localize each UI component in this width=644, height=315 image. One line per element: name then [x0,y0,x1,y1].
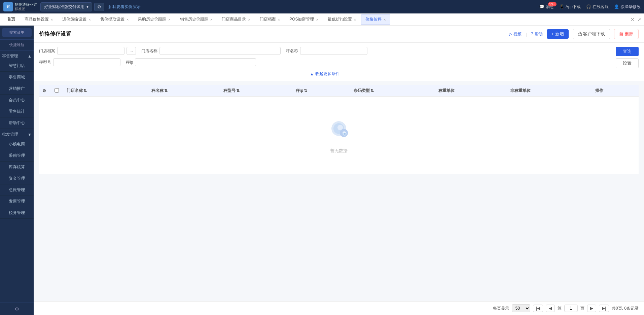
select-all-checkbox[interactable] [55,88,59,93]
nav-tabs: 首页 商品价格设置 × 进价策略设置 × 售价提取设置 × 采购历史价跟踪 × … [0,13,644,26]
page-number-input[interactable] [564,305,578,312]
close-icon[interactable]: × [316,18,318,22]
next-page-button[interactable]: ▶ [587,305,596,312]
tab-product-price[interactable]: 商品价格设置 × [20,14,57,25]
search-menu-button[interactable]: 搜索菜单 [2,28,32,37]
scale-model-label: 秤型号 [39,60,51,65]
sidebar-item-member[interactable]: 会员中心 [0,95,34,106]
sidebar-item-help[interactable]: 帮助中心 [0,117,34,129]
close-tab-icon[interactable]: ✕ [631,17,635,22]
column-barcode-type: 条码类型 ⇅ [350,85,435,97]
store-archive-input[interactable] [57,47,124,55]
tab-sale-price[interactable]: 售价提取设置 × [96,14,133,25]
mobile-icon: 📱 [559,4,564,9]
user-menu[interactable]: 👤 徐泽华修改 [614,4,641,10]
filter-row-1: 门店档案 ... 门店名称 秤名称 [39,47,610,55]
filter-store-archive: 门店档案 ... [39,47,136,55]
store-name-label: 门店名称 [141,48,157,54]
video-link[interactable]: ▷ 视频 [509,31,522,37]
empty-illustration [325,117,352,144]
sidebar-item-tax[interactable]: 税务管理 [0,207,34,219]
sidebar-item-retail-stats[interactable]: 零售统计 [0,106,34,117]
svg-point-5 [344,133,346,135]
pagination-summary: 共0页, 0条记录 [612,306,639,311]
sidebar-item-finance[interactable]: 资金管理 [0,173,34,184]
sort-icon: ⇅ [83,89,87,93]
online-service-button[interactable]: 🎧 在线客服 [586,4,609,10]
close-icon[interactable]: × [88,18,91,22]
download-button[interactable]: 凸 客户端下载 [573,29,610,39]
close-icon[interactable]: × [278,18,280,22]
close-icon[interactable]: × [210,18,212,22]
filter-row-2: 秤型号 秤ip [39,58,610,66]
scale-name-label: 秤名称 [286,48,298,54]
data-table: ⚙ 门店名称 ⇅ 秤名称 [39,85,639,174]
pagination-bar: 每页显示 50 10 20 100 |◀ ◀ 算 页 ▶ ▶| 共0页, 0条记… [34,301,644,315]
scale-model-input[interactable] [53,58,120,66]
last-page-button[interactable]: ▶| [599,305,609,312]
sidebar-item-ecommerce[interactable]: 小畅电商 [0,139,34,150]
close-icon[interactable]: × [51,18,53,22]
table-area: ⚙ 门店名称 ⇅ 秤名称 [34,81,644,301]
tab-store-product[interactable]: 门店商品目录 × [217,14,254,25]
tab-home[interactable]: 首页 [3,14,20,25]
first-page-button[interactable]: |◀ [533,305,543,312]
tab-price-scale[interactable]: 价格传秤 × [361,14,390,25]
per-page-select[interactable]: 50 10 20 100 [512,304,530,312]
message-icon: 💬 [539,4,544,9]
page-title: 价格传秤设置 [39,31,71,38]
store-name-input[interactable] [159,47,281,55]
scale-ip-input[interactable] [135,58,256,66]
sidebar-item-purchase[interactable]: 采购管理 [0,150,34,162]
column-store-name: 门店名称 ⇅ [63,85,148,97]
sidebar-item-inventory[interactable]: 库存核算 [0,162,34,173]
sidebar-item-retail-management[interactable]: 零售管理 ▲ [0,50,34,60]
column-action: 操作 [592,85,639,97]
tab-sale-history[interactable]: 销售历史价跟踪 × [176,14,217,25]
sidebar-item-retail-mall[interactable]: 零售商城 [0,72,34,83]
tab-purchase-strategy[interactable]: 进价策略设置 × [58,14,95,25]
column-scale-name: 秤名称 ⇅ [148,85,220,97]
close-icon[interactable]: × [127,18,129,22]
sidebar-item-invoice[interactable]: 发票管理 [0,196,34,207]
message-button[interactable]: 💬 消息 99+ [539,4,554,10]
sort-icon: ⇅ [236,89,240,93]
close-icon[interactable]: × [168,18,170,22]
prev-page-button[interactable]: ◀ [546,305,555,312]
selector-gear-button[interactable]: ⚙ [94,3,104,11]
tab-store-archive[interactable]: 门店档案 × [255,14,284,25]
message-badge: 99+ [548,2,557,6]
filter-area: 门店档案 ... 门店名称 秤名称 [34,43,644,81]
tab-pos[interactable]: POS加密管理 × [285,14,323,25]
close-icon[interactable]: × [248,18,250,22]
quick-nav-button[interactable]: 快捷导航 [0,40,34,50]
filter-scale-ip: 秤ip [126,58,256,66]
store-archive-dots-button[interactable]: ... [127,47,136,55]
per-page-label: 每页显示 [493,306,509,311]
filter-scale-name: 秤名称 [286,47,367,55]
tab-min-discount[interactable]: 最低折扣设置 × [323,14,360,25]
user-name: 徐泽华修改 [620,4,641,10]
delete-button[interactable]: 自 删除 [614,29,639,39]
close-icon[interactable]: × [354,18,356,22]
sidebar-settings-icon[interactable]: ⚙ [15,306,19,312]
help-link[interactable]: ? 帮助 [531,31,543,37]
close-icon[interactable]: × [384,18,386,22]
collapse-button[interactable]: ▲ 收起更多条件 [310,71,339,77]
add-button[interactable]: + 新增 [547,29,569,39]
query-button[interactable]: 查询 [616,47,639,56]
expand-icon[interactable]: ⤢ [637,17,641,22]
chevron-down-icon: ▼ [28,132,32,137]
app-download-button[interactable]: 📱 App下载 [559,4,581,10]
filter-scale-model: 秤型号 [39,58,120,66]
sidebar-item-marketing[interactable]: 营销推广 [0,83,34,95]
set-button[interactable]: 设置 [616,58,639,68]
demo-link[interactable]: ◎ 我要看实例演示 [108,4,141,10]
scale-name-input[interactable] [300,47,367,55]
sidebar-item-general-ledger[interactable]: 总账管理 [0,184,34,196]
sidebar-item-wholesale[interactable]: 批发管理 ▼ [0,129,34,139]
sidebar-item-smart-store[interactable]: 智慧门店 [0,60,34,72]
tab-purchase-history[interactable]: 采购历史价跟踪 × [134,14,175,25]
column-settings[interactable]: ⚙ [39,85,51,97]
version-selector[interactable]: 好业财标准版交付试用 ▾ [40,2,92,11]
